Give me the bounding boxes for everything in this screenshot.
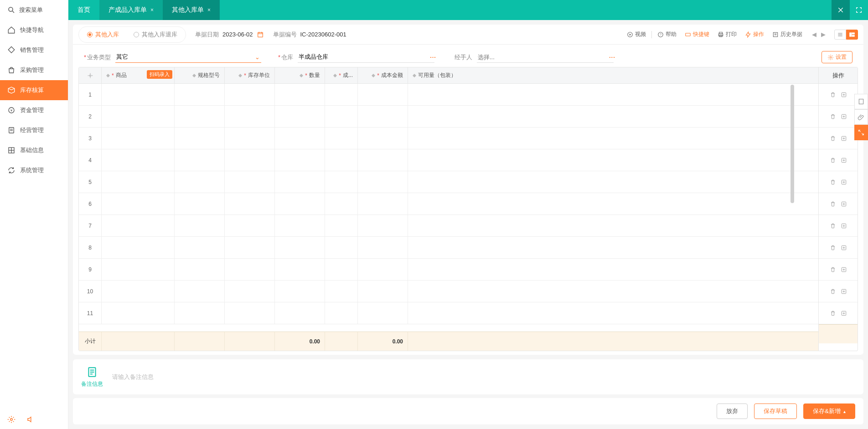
delete-icon[interactable] xyxy=(830,201,836,207)
table-row[interactable]: 11 xyxy=(79,302,818,324)
tab-other-in[interactable]: 其他入库单× xyxy=(163,0,220,20)
col-qty[interactable]: *数量 xyxy=(275,67,325,83)
radio-icon xyxy=(87,32,93,37)
col-product[interactable]: *商品扫码录入 xyxy=(102,67,175,83)
table-row[interactable]: 2 xyxy=(79,106,818,128)
table-row[interactable]: 1 xyxy=(79,84,818,106)
entry-type-return[interactable]: 其他入库退库 xyxy=(127,29,184,41)
add-row-icon[interactable] xyxy=(841,245,847,251)
col-ops: 操作 xyxy=(819,67,858,84)
column-config[interactable] xyxy=(79,67,102,83)
add-row-icon[interactable] xyxy=(841,92,847,98)
warehouse-input[interactable] xyxy=(298,52,434,63)
save-and-new-button[interactable]: 保存&新增▴ xyxy=(803,403,855,419)
chevron-down-icon[interactable]: ⌄ xyxy=(255,54,260,61)
more-icon[interactable]: ··· xyxy=(430,54,436,61)
add-row-icon[interactable] xyxy=(841,223,847,229)
add-row-icon[interactable] xyxy=(841,113,847,120)
video-button[interactable]: 视频 xyxy=(624,29,649,40)
col-spec[interactable]: 规格型号 xyxy=(175,67,225,83)
shortcut-button[interactable]: 快捷键 xyxy=(682,29,712,40)
operate-button[interactable]: 操作 xyxy=(742,29,767,40)
add-row-icon[interactable] xyxy=(841,310,847,317)
svg-point-37 xyxy=(89,75,91,77)
add-row-icon[interactable] xyxy=(841,201,847,207)
delete-icon[interactable] xyxy=(830,310,836,317)
sidebar-search[interactable]: 搜索菜单 xyxy=(0,0,68,20)
delete-icon[interactable] xyxy=(830,266,836,273)
sidebar-item-inventory[interactable]: 库存核算 xyxy=(0,80,68,100)
footer-actions: 放弃 保存草稿 保存&新增▴ xyxy=(73,398,863,424)
svg-text:?: ? xyxy=(660,33,661,36)
delete-icon[interactable] xyxy=(830,135,836,142)
prev-arrow-icon[interactable]: ◀ xyxy=(811,31,818,38)
delete-icon[interactable] xyxy=(830,288,836,295)
add-row-icon[interactable] xyxy=(841,157,847,163)
table-row[interactable]: 8 xyxy=(79,237,818,259)
settings-button[interactable]: 设置 xyxy=(822,51,852,63)
field-handler: 经手人 ··· xyxy=(455,52,615,63)
table-row[interactable]: 10 xyxy=(79,281,818,302)
row-actions xyxy=(819,128,858,149)
tab-home[interactable]: 首页 xyxy=(68,0,99,20)
col-unit[interactable]: *库存单位 xyxy=(225,67,275,83)
clipboard-icon xyxy=(7,126,16,134)
sidebar-item-finance[interactable]: ¥ 资金管理 xyxy=(0,100,68,120)
sidebar-item-purchase[interactable]: 采购管理 xyxy=(0,60,68,80)
calendar-icon[interactable] xyxy=(257,31,264,38)
table-row[interactable]: 3 xyxy=(79,128,818,149)
sidebar-item-operation[interactable]: 经营管理 xyxy=(0,120,68,140)
help-button[interactable]: ?帮助 xyxy=(655,29,679,40)
table-row[interactable]: 7 xyxy=(79,215,818,237)
delete-icon[interactable] xyxy=(830,179,836,185)
close-all-button[interactable] xyxy=(832,0,850,20)
table-row[interactable]: 6 xyxy=(79,193,818,215)
tabbar: 首页 产成品入库单× 其他入库单× xyxy=(68,0,868,20)
delete-icon[interactable] xyxy=(830,223,836,229)
delete-icon[interactable] xyxy=(830,113,836,120)
sidebar-item-quicknav[interactable]: 快捷导航 xyxy=(0,20,68,40)
sidebar-item-sales[interactable]: 销售管理 xyxy=(0,40,68,60)
gear-icon[interactable] xyxy=(7,415,16,424)
delete-icon[interactable] xyxy=(830,157,836,163)
table-row[interactable]: 5 xyxy=(79,171,818,193)
sidebar-footer xyxy=(0,410,68,429)
tab-finished-in[interactable]: 产成品入库单× xyxy=(99,0,163,20)
fullscreen-button[interactable] xyxy=(850,0,868,20)
delete-icon[interactable] xyxy=(830,92,836,98)
close-icon[interactable]: × xyxy=(207,7,211,13)
remark-input[interactable] xyxy=(112,373,855,380)
close-icon[interactable]: × xyxy=(150,7,154,13)
next-arrow-icon[interactable]: ▶ xyxy=(820,31,827,38)
discard-button[interactable]: 放弃 xyxy=(717,403,748,419)
add-row-icon[interactable] xyxy=(841,179,847,185)
volume-icon[interactable] xyxy=(26,415,35,424)
doc-date[interactable]: 单据日期 2023-06-02 xyxy=(195,31,264,39)
table-row[interactable]: 9 xyxy=(79,259,818,281)
add-row-icon[interactable] xyxy=(841,288,847,295)
table-row[interactable]: 4 xyxy=(79,149,818,171)
add-row-icon[interactable] xyxy=(841,135,847,142)
handler-input[interactable] xyxy=(477,52,614,63)
scan-badge[interactable]: 扫码录入 xyxy=(147,70,172,79)
sidebar-item-system[interactable]: 系统管理 xyxy=(0,160,68,180)
business-type-input[interactable] xyxy=(115,52,261,63)
side-tool-expand[interactable] xyxy=(854,125,868,140)
view-list[interactable] xyxy=(834,30,846,40)
save-draft-button[interactable]: 保存草稿 xyxy=(754,403,797,419)
view-form[interactable] xyxy=(846,30,858,40)
side-tool-1[interactable] xyxy=(854,94,868,109)
print-button[interactable]: 打印 xyxy=(715,29,739,40)
field-label: 仓库 xyxy=(281,54,293,61)
delete-icon[interactable] xyxy=(830,245,836,251)
side-tool-attach[interactable] xyxy=(854,109,868,125)
entry-type-in[interactable]: 其他入库 xyxy=(81,29,125,41)
col-available[interactable]: 可用量（包装） xyxy=(408,67,818,83)
sidebar-item-basicinfo[interactable]: 基础信息 xyxy=(0,140,68,160)
history-button[interactable]: 历史单据 xyxy=(770,29,805,40)
col-cost-unit[interactable]: *成... xyxy=(325,67,358,83)
more-icon[interactable]: ··· xyxy=(609,54,615,61)
scrollbar[interactable] xyxy=(790,85,795,276)
col-cost-amount[interactable]: *成本金额 xyxy=(358,67,408,83)
add-row-icon[interactable] xyxy=(841,266,847,273)
